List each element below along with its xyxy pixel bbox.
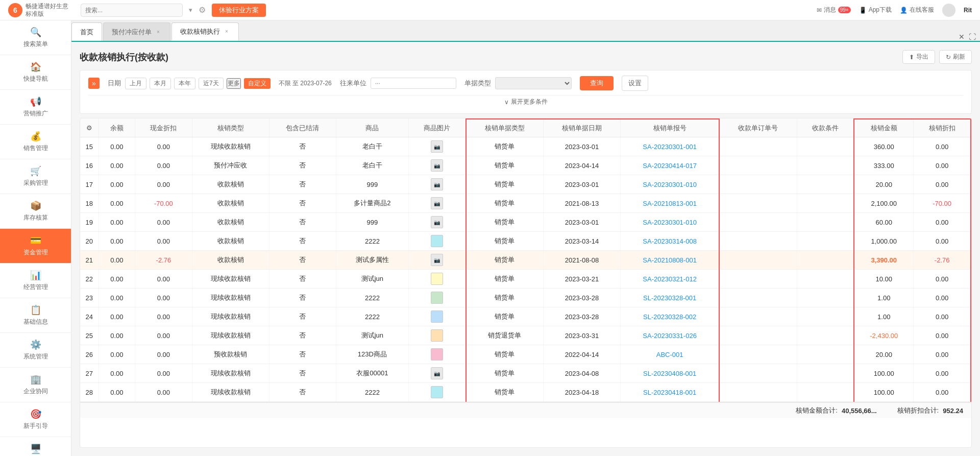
th-writeoff-voucher-date: 核销单据日期 xyxy=(543,119,620,137)
user-avatar[interactable] xyxy=(942,4,955,17)
cell-collection-order-no xyxy=(719,383,797,402)
top-right: ✉ 消息 99+ 📱 App下载 👤 在线客服 Rit xyxy=(817,4,972,17)
tab-collection-close[interactable]: × xyxy=(223,28,230,35)
cell-writeoff-voucher-date: 2023-03-01 xyxy=(543,175,620,194)
date-btn-7days[interactable]: 近7天 xyxy=(199,78,224,89)
cell-writeoff-amount: 333.00 xyxy=(854,156,914,175)
cell-include-settled: 否 xyxy=(269,156,336,175)
sidebar-item-inventory[interactable]: 📦 库存核算 xyxy=(0,194,71,229)
cell-writeoff-discount: 0.00 xyxy=(914,307,971,326)
industry-solution-button[interactable]: 休验行业方案 xyxy=(212,4,266,17)
date-btn-this-month[interactable]: 本月 xyxy=(150,78,171,89)
notification-badge: 99+ xyxy=(838,7,851,13)
voucher-no-link[interactable]: SL-20230418-001 xyxy=(643,389,696,396)
sidebar-label-search: 搜索菜单 xyxy=(23,40,48,49)
counterparty-input[interactable] xyxy=(371,78,456,89)
voucher-no-link[interactable]: SA-20210808-001 xyxy=(643,256,697,264)
sidebar-item-sales[interactable]: 💰 销售管理 xyxy=(0,125,71,159)
cell-writeoff-discount: 0.00 xyxy=(914,270,971,289)
top-search-input[interactable] xyxy=(81,4,183,17)
settings-button[interactable]: 设置 xyxy=(622,76,648,91)
sidebar-item-nav[interactable]: 🏠 快捷导航 xyxy=(0,55,71,90)
sidebar-label-guide: 新手引导 xyxy=(23,422,48,430)
cell-write-off-type: 预付冲应收 xyxy=(192,156,269,175)
sidebar: 🔍 搜索菜单 🏠 快捷导航 📢 营销推广 💰 销售管理 🛒 采购管理 📦 库存核… xyxy=(0,20,71,456)
collapse-filter-button[interactable]: » xyxy=(88,78,100,89)
date-btn-this-year[interactable]: 本年 xyxy=(174,78,195,89)
basic-icon: 📋 xyxy=(30,304,41,316)
query-button[interactable]: 查询 xyxy=(580,76,614,90)
cell-writeoff-voucher-no: SL-20230328-001 xyxy=(620,289,719,307)
sidebar-item-basic[interactable]: 📋 基础信息 xyxy=(0,298,71,333)
online-service-item[interactable]: 👤 在线客服 xyxy=(900,6,934,14)
date-btn-last-month[interactable]: 上月 xyxy=(125,78,146,89)
cell-product: 老白干 xyxy=(336,156,408,175)
cell-writeoff-discount: 0.00 xyxy=(914,156,971,175)
dropdown-icon[interactable]: ▾ xyxy=(189,6,192,14)
tab-home[interactable]: 首页 xyxy=(71,22,102,41)
export-button[interactable]: ⬆ 导出 xyxy=(902,50,935,64)
tab-collection[interactable]: 收款核销执行 × xyxy=(172,22,239,41)
app-download-item[interactable]: 📱 App下载 xyxy=(859,6,892,14)
cell-collection-terms xyxy=(797,194,854,213)
sidebar-item-enterprise[interactable]: 🏢 企业协同 xyxy=(0,368,71,402)
table-row: 15 0.00 0.00 现续收款核销 否 老白干 📷 销货单 2023-03-… xyxy=(80,137,971,156)
notification-item[interactable]: ✉ 消息 99+ xyxy=(817,6,851,14)
th-gear[interactable]: ⚙ xyxy=(80,119,99,137)
voucher-no-link[interactable]: SL-20230328-001 xyxy=(643,294,696,302)
cell-collection-terms xyxy=(797,383,854,402)
cell-cash-discount: 0.00 xyxy=(135,345,192,364)
cell-writeoff-discount: 0.00 xyxy=(914,383,971,402)
sidebar-item-operations[interactable]: 📊 经营管理 xyxy=(0,263,71,298)
table-row: 20 0.00 0.00 收款核销 否 2222 销货单 2023-03-14 … xyxy=(80,232,971,251)
cell-cash-discount: -2.76 xyxy=(135,251,192,270)
tab-prepay-close[interactable]: × xyxy=(155,29,162,36)
tab-prepay[interactable]: 预付冲应付单 × xyxy=(103,22,170,41)
refresh-button[interactable]: ↻ 刷新 xyxy=(939,50,972,64)
date-more-button[interactable]: 更多 xyxy=(227,78,241,89)
cell-id: 23 xyxy=(80,289,99,307)
voucher-no-link[interactable]: SL-20230328-002 xyxy=(643,313,696,321)
cell-write-off-type: 现续收款核销 xyxy=(192,326,269,345)
date-custom-button[interactable]: 自定义 xyxy=(244,78,271,89)
voucher-no-link[interactable]: SA-20230301-001 xyxy=(643,143,697,151)
voucher-no-link[interactable]: SA-20230301-010 xyxy=(643,181,697,188)
cell-writeoff-voucher-type: 销货单 xyxy=(466,270,544,289)
voucher-no-link[interactable]: SA-20230414-017 xyxy=(643,162,697,170)
settings-icon[interactable]: ⚙ xyxy=(199,5,206,15)
voucher-no-link[interactable]: SA-20230314-008 xyxy=(643,237,697,245)
sidebar-item-hardware[interactable]: 🖥️ 智能硬件 xyxy=(0,437,71,456)
operations-icon: 📊 xyxy=(30,270,41,281)
sidebar-item-marketing[interactable]: 📢 营销推广 xyxy=(0,90,71,125)
cell-collection-order-no xyxy=(719,364,797,383)
cell-cash-discount: 0.00 xyxy=(135,232,192,251)
table-row: 23 0.00 0.00 现续收款核销 否 2222 销货单 2023-03-2… xyxy=(80,289,971,307)
cell-id: 16 xyxy=(80,156,99,175)
table-body: 15 0.00 0.00 现续收款核销 否 老白干 📷 销货单 2023-03-… xyxy=(80,137,971,402)
cell-writeoff-discount: 0.00 xyxy=(914,345,971,364)
cell-writeoff-voucher-date: 2021-08-08 xyxy=(543,251,620,270)
sidebar-item-purchase[interactable]: 🛒 采购管理 xyxy=(0,159,71,194)
expand-more-conditions[interactable]: ∨ 展开更多条件 xyxy=(88,95,963,108)
cell-writeoff-voucher-type: 销货单 xyxy=(466,251,544,270)
top-bar: 6 畅捷通谱好生意 标准版 ▾ ⚙ 休验行业方案 ✉ 消息 99+ 📱 App下… xyxy=(0,0,980,20)
close-window-icon[interactable]: ✕ xyxy=(959,33,965,41)
voucher-no-link[interactable]: SA-20230301-010 xyxy=(643,219,697,226)
sidebar-item-finance[interactable]: 💳 资金管理 xyxy=(0,229,71,263)
voucher-no-link[interactable]: SA-20210813-001 xyxy=(643,200,697,207)
voucher-no-link[interactable]: SA-20230321-012 xyxy=(643,275,697,283)
voucher-type-select[interactable] xyxy=(495,77,572,89)
table-row: 17 0.00 0.00 收款核销 否 999 📷 销货单 2023-03-01… xyxy=(80,175,971,194)
cell-writeoff-voucher-type: 销货单 xyxy=(466,232,544,251)
table-row: 22 0.00 0.00 现续收款核销 否 测试jun 销货单 2023-03-… xyxy=(80,270,971,289)
voucher-no-link[interactable]: SL-20230408-001 xyxy=(643,370,696,377)
sidebar-item-guide[interactable]: 🎯 新手引导 xyxy=(0,402,71,437)
sidebar-item-search[interactable]: 🔍 搜索菜单 xyxy=(0,20,71,55)
table-row: 27 0.00 0.00 现续收款核销 否 衣服00001 📷 销货单 2023… xyxy=(80,364,971,383)
voucher-no-link[interactable]: SA-20230331-026 xyxy=(643,332,697,340)
expand-window-icon[interactable]: ⛶ xyxy=(969,33,976,41)
voucher-no-link[interactable]: ABC-001 xyxy=(656,351,683,358)
cell-writeoff-discount: 0.00 xyxy=(914,364,971,383)
sidebar-item-system[interactable]: ⚙️ 系统管理 xyxy=(0,333,71,368)
cell-cash-discount: 0.00 xyxy=(135,364,192,383)
